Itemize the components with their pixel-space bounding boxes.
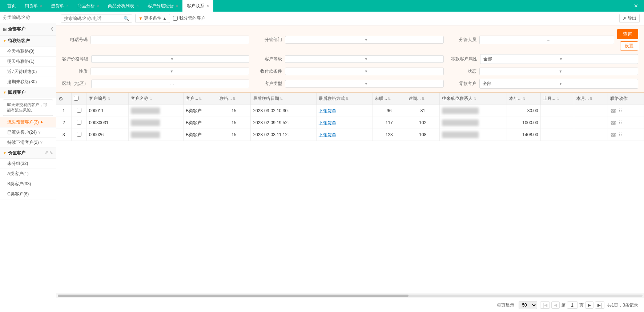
more-action-icon[interactable]: ⠿: [619, 108, 622, 114]
row-checkbox[interactable]: [77, 120, 81, 125]
region-select[interactable]: ···: [91, 80, 249, 88]
checkbox-header[interactable]: [71, 93, 86, 105]
gear-header[interactable]: ⚙: [56, 93, 71, 105]
type-header[interactable]: 客户...⇅: [184, 93, 217, 105]
page-number-input[interactable]: [567, 301, 578, 309]
pricelevel-select[interactable]: ▼: [91, 55, 249, 63]
tab-purchaseorder[interactable]: 进货单 ×: [47, 0, 73, 12]
top-close-button[interactable]: ✕: [631, 3, 641, 9]
collapse-icon[interactable]: 《: [49, 26, 53, 32]
row-lastmethod[interactable]: 下销货单: [316, 105, 372, 117]
row-lastmethod[interactable]: 下销货单: [316, 117, 372, 129]
first-page-button[interactable]: |◀: [540, 301, 550, 309]
sidebar-item-class-c[interactable]: C类客户(6): [0, 189, 56, 199]
row-lastmethod[interactable]: 下销货单: [316, 129, 372, 141]
close-productanalysis-icon[interactable]: ×: [97, 0, 99, 12]
main-search-input[interactable]: [64, 16, 122, 21]
uncontacted-header[interactable]: 未联...⇅: [373, 93, 406, 105]
thismonth-header[interactable]: 本月...⇅: [574, 93, 608, 105]
nature-arrow-icon: ▼: [170, 69, 246, 73]
sidebar-item-overdue[interactable]: 逾期未联络(30): [0, 77, 56, 87]
export-button[interactable]: ↗ 导出: [619, 14, 640, 23]
contactperson-header[interactable]: 往来单位联系人⇅: [440, 93, 507, 105]
manager-dots-icon[interactable]: ···: [546, 37, 611, 42]
filter-row-customertype: 客户类型 ▼: [257, 79, 444, 89]
row-checkbox[interactable]: [77, 108, 81, 113]
last-page-button[interactable]: ▶|: [595, 301, 604, 309]
more-conditions-button[interactable]: ▼ 更多条件 ▲: [135, 14, 170, 23]
tab-customerlayer[interactable]: 客户分层经营 ×: [143, 0, 182, 12]
close-productanalysislist-icon[interactable]: ×: [136, 0, 138, 12]
sidebar-item-class-a[interactable]: A类客户(1): [0, 169, 56, 179]
page-size-select[interactable]: 50 100 200: [519, 301, 537, 309]
contact-action-icon[interactable]: ☎: [610, 108, 616, 114]
scroll-thumb[interactable]: [58, 295, 408, 297]
refresh-icon[interactable]: ↺: [44, 150, 48, 155]
lastmonth-header[interactable]: 上月...⇅: [540, 93, 574, 105]
zerocustomer-select[interactable]: 全部 ▼: [479, 79, 638, 89]
my-customers-checkbox[interactable]: [173, 16, 178, 21]
filter-row-status: 状态 ▼: [451, 68, 638, 75]
sidebar-group-review[interactable]: ▼ 回顾客户: [0, 87, 56, 98]
sidebar-item-today[interactable]: 今天待联络(0): [0, 46, 56, 57]
all-customers-header[interactable]: ⊞ 全部客户 《: [0, 23, 56, 36]
gear-icon[interactable]: ⚙: [59, 96, 63, 102]
close-purchaseorder-icon[interactable]: ×: [66, 0, 68, 12]
manager-select[interactable]: ···: [479, 36, 614, 44]
lastmethod-header[interactable]: 最后联络方式⇅: [316, 93, 372, 105]
filter-actions: 查询 设置: [617, 29, 638, 50]
region-dots-icon[interactable]: ···: [169, 81, 246, 86]
lastdate-header[interactable]: 最后联络日期⇅: [251, 93, 316, 105]
more-action-icon[interactable]: ⠿: [619, 120, 622, 126]
customerlevel-select[interactable]: ▼: [285, 55, 444, 63]
thisyear-header[interactable]: 本年...⇅: [507, 93, 541, 105]
tab-salesorder[interactable]: 销货单 ×: [20, 0, 47, 12]
row-checkbox[interactable]: [77, 132, 81, 137]
tab-productanalysislist[interactable]: 商品分析列表 ×: [104, 0, 143, 12]
sidebar-item-declining[interactable]: 持续下滑客户(2) ?: [0, 138, 56, 148]
department-select[interactable]: ▼: [285, 36, 444, 44]
sidebar-group-value[interactable]: ▼ 价值客户 ↺ ✎: [0, 148, 56, 159]
main-search-icon[interactable]: 🔍: [124, 16, 129, 21]
tab-customercontact[interactable]: 客户联系 ×: [182, 0, 213, 12]
more-action-icon[interactable]: ⠿: [619, 132, 622, 138]
query-button[interactable]: 查询: [617, 29, 638, 39]
sidebar-item-class-b[interactable]: B类客户(33): [0, 179, 56, 189]
customertype-select[interactable]: ▼: [285, 80, 444, 88]
next-page-button[interactable]: ▶: [585, 301, 593, 309]
payment-select[interactable]: ▼: [285, 68, 444, 75]
tab-home[interactable]: 首页: [3, 0, 20, 12]
filter-row-department: 分管部门 ▼: [257, 29, 444, 50]
close-customerlayer-icon[interactable]: ×: [176, 0, 178, 12]
overdue-header[interactable]: 逾期...⇅: [406, 93, 440, 105]
status-select[interactable]: ▼: [479, 68, 638, 75]
contact-action-icon[interactable]: ☎: [610, 132, 616, 138]
zeroattr-select[interactable]: 全部 ▼: [480, 54, 638, 64]
code-header[interactable]: 客户编号⇅: [87, 93, 129, 105]
edit-icon[interactable]: ✎: [49, 150, 53, 155]
contact-header[interactable]: 联络...⇅: [217, 93, 251, 105]
tab-productanalysis[interactable]: 商品分析 ×: [73, 0, 104, 12]
row-checkbox-cell[interactable]: [71, 105, 86, 117]
my-customers-checkbox-label[interactable]: 我分管的客户: [173, 15, 205, 21]
nature-select[interactable]: ▼: [90, 68, 249, 75]
contact-action-icon[interactable]: ☎: [610, 120, 616, 126]
row-checkbox-cell[interactable]: [71, 117, 86, 129]
sidebar-item-tomorrow[interactable]: 明天待联络(1): [0, 57, 56, 67]
close-salesorder-icon[interactable]: ×: [40, 0, 42, 12]
sidebar-group-pending[interactable]: ▼ 待联络客户: [0, 36, 56, 46]
phone-input[interactable]: [90, 36, 249, 44]
sidebar-item-churned[interactable]: 已流失客户(24) ?: [0, 127, 56, 138]
name-header[interactable]: 客户名称⇅: [129, 93, 184, 105]
category-search-input[interactable]: [3, 15, 57, 20]
select-all-checkbox[interactable]: [74, 96, 79, 101]
sidebar-item-ungroup[interactable]: 未分组(32): [0, 159, 56, 169]
sidebar-item-7days[interactable]: 近7天待联络(0): [0, 67, 56, 77]
prev-page-button[interactable]: ◀: [551, 301, 560, 309]
scroll-track[interactable]: [58, 295, 643, 297]
close-customercontact-icon[interactable]: ×: [206, 0, 209, 12]
horizontal-scrollbar[interactable]: [56, 293, 644, 298]
sidebar-item-churn-warning[interactable]: 流失预警客户(3) ●: [0, 117, 56, 127]
row-checkbox-cell[interactable]: [71, 129, 86, 141]
settings-button[interactable]: 设置: [620, 41, 638, 50]
